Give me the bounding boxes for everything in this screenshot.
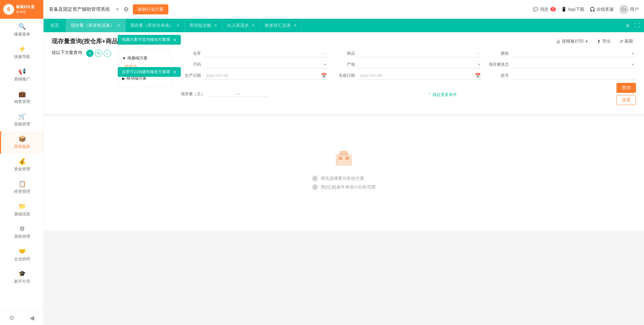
- size-arrow-icon[interactable]: ▼: [323, 63, 328, 66]
- tab-batch-ledger[interactable]: 库存批次账 ✕: [185, 19, 222, 32]
- tab-home[interactable]: 首页: [44, 19, 66, 32]
- content-area: 现存量查询(按仓库+商品) 🖨 按模板打印 ▼ ⬆ 导出 ↺ 刷新: [44, 32, 644, 325]
- message-btn[interactable]: 💬 消息 6: [533, 6, 556, 12]
- sidebar-logo: 6 畅通好生意 标准版: [0, 0, 43, 19]
- size-input[interactable]: [204, 61, 323, 68]
- expiry-date-cal-icon[interactable]: 📅: [475, 73, 482, 78]
- app-download-btn[interactable]: 📱 App下载: [561, 6, 584, 12]
- stock-status-arrow-icon[interactable]: ▼: [631, 63, 636, 66]
- prod-date-input-wrapper: 📅: [204, 72, 328, 79]
- inventory-range-wrapper: —: [208, 91, 268, 97]
- collapse-btn[interactable]: ⌃ 收起更多条件: [428, 89, 457, 99]
- empty-state: 1 请先选择要分析的方案 2 用[过滤]条件来缩小分析范围: [44, 116, 644, 217]
- origin-field: 产地 ▼: [335, 61, 482, 68]
- add-scheme-tooltip: 电脑方案可设为移动方案哦 ✕: [118, 35, 181, 45]
- origin-input-wrapper: ▼: [358, 61, 482, 68]
- color-arrow-icon[interactable]: ▼: [631, 52, 636, 55]
- settings-icon[interactable]: ⚙: [123, 6, 129, 13]
- phone-icon: 📱: [561, 7, 567, 12]
- sidebar-item-guide[interactable]: 🎓 新手引导: [0, 266, 43, 288]
- edit-tooltip-close[interactable]: ✕: [173, 69, 177, 75]
- fields-row2: 尺码 ▼ 产地 ▼: [181, 61, 636, 68]
- color-input[interactable]: [512, 50, 631, 57]
- tab-close-batch-ledger[interactable]: ✕: [214, 23, 217, 28]
- sidebar-item-marketing[interactable]: 📢 营销推广: [0, 64, 43, 86]
- search-buttons: 查询 设置: [616, 83, 636, 105]
- prod-date-input[interactable]: [204, 72, 321, 79]
- inventory-main-field: 现存量（主） —: [181, 91, 268, 97]
- add-tooltip-close[interactable]: ✕: [173, 37, 177, 43]
- tab-close-all-btn[interactable]: ✕: [624, 22, 631, 30]
- tab-maximize-btn[interactable]: ⛶: [633, 22, 641, 29]
- system-title-arrow: ▼: [115, 7, 119, 12]
- desktop-group-header[interactable]: ▼ 电脑端方案: [118, 54, 171, 62]
- message-badge: 6: [550, 7, 556, 11]
- online-support-btn[interactable]: 🎧 在线客服: [590, 6, 614, 12]
- size-field: 尺码 ▼: [181, 61, 328, 68]
- sidebar-item-search[interactable]: 🔍 搜索菜单: [0, 19, 43, 41]
- stock-status-input[interactable]: [512, 61, 631, 68]
- search-btn[interactable]: 查询: [616, 83, 636, 93]
- system-title: 装备及固定资产辅助管理系统: [49, 6, 110, 12]
- batch-no-input[interactable]: [512, 72, 636, 79]
- goods-input[interactable]: [358, 50, 477, 57]
- section-divider: [44, 114, 644, 116]
- goods-input-wrapper: ···: [358, 50, 482, 57]
- expiry-date-input[interactable]: [358, 72, 475, 79]
- tab-close-receive-summary[interactable]: ✕: [293, 23, 297, 28]
- collapse-area: ⌃ 收起更多条件: [275, 89, 610, 99]
- filter-scheme-row: 按以下方案查询 ＋ ✎ ← 电脑方案可设为移动方案哦 ✕ 这里可以创建和修改方案…: [52, 50, 636, 105]
- print-arrow-icon: ▼: [585, 40, 588, 43]
- sidebar-item-purchase[interactable]: 🛒 采购管理: [0, 109, 43, 131]
- expiry-date-label: 失效日期: [335, 73, 355, 78]
- back-scheme-btn[interactable]: ←: [104, 50, 111, 57]
- sidebar-item-inventory[interactable]: 📦 库存核算: [0, 131, 43, 154]
- user-avatar-area[interactable]: Ea 用户: [619, 5, 639, 14]
- print-btn[interactable]: 🖨 按模板打印 ▼: [553, 37, 591, 46]
- goods-dots-btn[interactable]: ···: [477, 51, 482, 56]
- tab-receive-summary[interactable]: 收发存汇总表 ✕: [260, 19, 302, 32]
- purchase-icon: 🛒: [18, 113, 26, 120]
- size-input-wrapper: ▼: [204, 61, 328, 68]
- inventory-min-input[interactable]: [208, 92, 234, 96]
- collapse-sidebar-btn[interactable]: ◀: [30, 314, 34, 322]
- fields-area: 仓库 ··· 商品 ···: [181, 50, 636, 105]
- prod-date-cal-icon[interactable]: 📅: [321, 73, 328, 78]
- sidebar-item-enterprise[interactable]: 🤝 企业协同: [0, 243, 43, 266]
- marketing-icon: 📢: [18, 68, 26, 75]
- reset-btn[interactable]: 设置: [616, 95, 636, 105]
- tab-inout-flow[interactable]: 出入库流水 ✕: [222, 19, 260, 32]
- filter-actions: ＋ ✎ ←: [86, 50, 111, 57]
- logo-icon: 6: [3, 4, 14, 15]
- empty-illustration: [330, 143, 357, 170]
- expiry-date-input-wrapper: 📅: [358, 72, 482, 79]
- industry-btn[interactable]: 体验行业方案: [133, 4, 168, 14]
- goods-label: 商品: [335, 51, 355, 56]
- origin-input[interactable]: [358, 61, 477, 68]
- inventory-max-input[interactable]: [241, 92, 268, 96]
- export-btn[interactable]: ⬆ 导出: [594, 37, 613, 46]
- tab-close-inventory-dist[interactable]: ✕: [176, 23, 180, 28]
- header-actions: 🖨 按模板打印 ▼ ⬆ 导出 ↺ 刷新: [553, 37, 636, 46]
- tab-close-inout-flow[interactable]: ✕: [252, 23, 255, 28]
- sidebar-item-basic[interactable]: 📁 基础信息: [0, 199, 43, 221]
- settings-footer-btn[interactable]: ⚙: [9, 314, 14, 322]
- sidebar-item-operation[interactable]: 📋 经营管理: [0, 176, 43, 199]
- tab-inventory-dist[interactable]: 现存量（库存分布表） ✕: [125, 19, 185, 32]
- edit-scheme-btn[interactable]: ✎: [95, 50, 102, 57]
- logo-text: 畅通好生意 标准版: [16, 4, 35, 14]
- tip-num-1: 1: [312, 175, 318, 181]
- refresh-btn[interactable]: ↺ 刷新: [617, 37, 636, 46]
- sidebar-item-sales[interactable]: 💼 销售管理: [0, 86, 43, 109]
- warehouse-input[interactable]: [204, 50, 323, 57]
- prod-date-field: 生产日期 📅: [181, 72, 328, 79]
- page-title: 现存量查询(按仓库+商品): [52, 37, 120, 45]
- add-scheme-btn[interactable]: ＋: [86, 50, 94, 57]
- sidebar-item-finance[interactable]: 💰 资金管理: [0, 154, 43, 176]
- sidebar-item-quick[interactable]: ⚡ 快捷导航: [0, 41, 43, 64]
- tab-inventory-status[interactable]: 现存量（库存状况表） ✕: [66, 19, 125, 32]
- origin-arrow-icon[interactable]: ▼: [477, 63, 482, 66]
- tab-close-inventory-status[interactable]: ✕: [117, 23, 120, 28]
- sidebar-item-system[interactable]: ⚙ 系统管理: [0, 221, 43, 243]
- warehouse-dots-btn[interactable]: ···: [323, 51, 328, 56]
